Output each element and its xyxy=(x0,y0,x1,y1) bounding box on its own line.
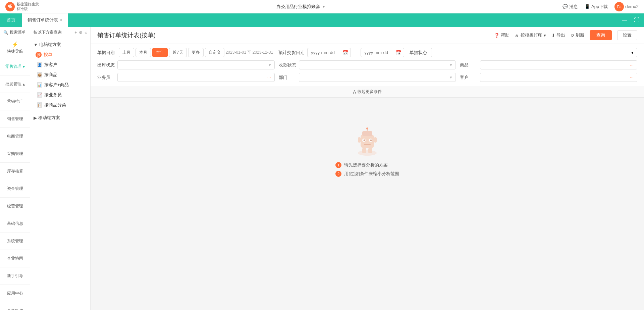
payment-status-select[interactable]: ▾ xyxy=(299,60,456,69)
tab-home[interactable]: 首页 xyxy=(0,13,22,27)
scheme-by-salesperson[interactable]: 📈 按业务员 xyxy=(30,90,90,100)
product-select[interactable]: ··· xyxy=(480,60,637,69)
sidebar-item-operations[interactable]: 经营管理 xyxy=(0,198,30,215)
product-item: 商品 ··· xyxy=(460,60,637,69)
svg-rect-8 xyxy=(358,137,361,143)
minimize-icon[interactable]: — xyxy=(620,15,629,25)
page-title: 销售订单统计表(按单) xyxy=(97,31,156,39)
department-select[interactable]: ▾ xyxy=(299,73,456,82)
scheme-by-product[interactable]: 📦 按商品 xyxy=(30,70,90,80)
svg-rect-7 xyxy=(364,144,371,145)
cal-end-icon: 📅 xyxy=(396,50,401,55)
logo-text: 畅捷通好生意 标准版 xyxy=(17,2,39,11)
wholesale-arrow-icon: ▴ xyxy=(23,82,25,87)
empty-tip-1: 1 请先选择要分析的方案 xyxy=(335,162,399,168)
settings-button[interactable]: 设置 xyxy=(617,30,637,40)
print-dropdown-icon: ▾ xyxy=(544,33,546,38)
this-month-btn[interactable]: 本月 xyxy=(136,48,151,57)
sidebar-item-newbie[interactable]: 新手引导 xyxy=(0,267,30,285)
scheme-by-category[interactable]: 📋 按商品分类 xyxy=(30,100,90,110)
customer-select[interactable]: ··· xyxy=(480,73,637,82)
date-dash: — xyxy=(354,50,358,55)
this-year-btn[interactable]: 本年 xyxy=(152,48,168,57)
sidebar-item-retail[interactable]: 零售管理 ▾ xyxy=(0,58,30,75)
search-menu-button[interactable]: 🔍 搜索菜单 xyxy=(0,27,30,38)
product-label: 商品 xyxy=(460,62,477,68)
svg-rect-10 xyxy=(362,148,366,153)
bill-status-group: 单据状态 ▾ xyxy=(410,48,637,57)
svg-point-5 xyxy=(364,140,365,141)
product-more-icon[interactable]: ··· xyxy=(630,62,634,67)
salesperson-more-icon[interactable]: ··· xyxy=(267,75,271,80)
sidebar-item-ecommerce[interactable]: 电商管理 xyxy=(0,128,30,145)
tab-sales-order[interactable]: 销售订单统计表 × xyxy=(22,13,68,27)
help-button[interactable]: ❓ 帮助 xyxy=(494,32,509,38)
maximize-icon[interactable]: ⛶ xyxy=(632,15,641,25)
sidebar-item-finance[interactable]: 资金管理 xyxy=(0,180,30,198)
last-7-days-btn[interactable]: 近7天 xyxy=(169,48,187,57)
customer-more-icon[interactable]: ··· xyxy=(630,75,634,80)
expected-date-label: 预计交货日期 xyxy=(278,50,305,56)
collapse-bar[interactable]: ⋀ 收起更多条件 xyxy=(91,86,644,98)
expected-date-group: 预计交货日期 📅 — 📅 xyxy=(278,48,404,57)
user-menu[interactable]: Ea demo2 xyxy=(614,2,639,11)
company-dropdown-icon[interactable]: ▾ xyxy=(323,4,325,9)
svg-rect-11 xyxy=(368,148,372,153)
sidebar-item-wholesale[interactable]: 批发管理 ▴ xyxy=(0,75,30,93)
bill-status-select[interactable]: ▾ xyxy=(431,48,637,57)
query-button[interactable]: 查询 xyxy=(590,30,612,40)
custom-dates-btn[interactable]: 自定义 xyxy=(205,48,224,57)
search-icon: 🔍 xyxy=(3,30,8,35)
svg-point-0 xyxy=(358,150,377,156)
sidebar-item-apps[interactable]: 应用中心 xyxy=(0,285,30,302)
print-button[interactable]: 🖨 按模板打印 ▾ xyxy=(515,32,546,38)
empty-illustration xyxy=(351,124,384,158)
add-scheme-icon[interactable]: + xyxy=(74,30,77,35)
company-name: 办公用品行业模拟账套 xyxy=(276,4,320,10)
main-layout: 🔍 搜索菜单 ⚡ 快捷导航 零售管理 ▾ 批发管理 ▴ 营销推广 销售管理 电商… xyxy=(0,27,644,310)
pc-group-header[interactable]: ▼ 电脑端方案 xyxy=(30,40,90,50)
collapse-panel-icon[interactable]: « xyxy=(85,30,87,35)
payment-status-item: 收款状态 ▾ xyxy=(279,60,456,69)
sidebar-item-sales[interactable]: 销售管理 xyxy=(0,110,30,128)
top-right-actions: 💬 消息 📱 App下载 Ea demo2 xyxy=(562,2,639,11)
tip-num-1: 1 xyxy=(335,162,341,168)
prev-month-btn[interactable]: 上月 xyxy=(119,48,134,57)
sidebar-item-quick-nav[interactable]: ⚡ 快捷导航 xyxy=(0,38,30,58)
pc-schemes-group: ▼ 电脑端方案 按 按单 👤 按客户 📦 按商品 📊 按客户+商品 📈 xyxy=(30,38,90,111)
tab-close-icon[interactable]: × xyxy=(60,18,62,22)
sidebar-item-marketing[interactable]: 营销推广 xyxy=(0,93,30,110)
mobile-group-header[interactable]: ▶ 移动端方案 xyxy=(30,113,90,123)
export-button[interactable]: ⬇ 导出 xyxy=(551,32,565,38)
mobile-group-arrow-icon: ▶ xyxy=(34,115,37,120)
messages-icon: 💬 xyxy=(562,4,568,9)
delivery-status-select[interactable]: ▾ xyxy=(117,60,275,69)
tab-bar-right: — ⛶ xyxy=(620,15,644,25)
scheme-by-customer-product[interactable]: 📊 按客户+商品 xyxy=(30,80,90,90)
sidebar-item-base[interactable]: 基础信息 xyxy=(0,215,30,232)
empty-tip-2: 2 用[过滤]条件来缩小分析范围 xyxy=(335,171,399,177)
scheme-settings-icon[interactable]: ⚙ xyxy=(79,30,83,35)
left-panel-actions: + ⚙ « xyxy=(74,30,87,35)
more-dates-btn[interactable]: 更多 xyxy=(188,48,204,57)
delivery-status-item: 出库状态 ▾ xyxy=(97,60,275,69)
refresh-button[interactable]: ↺ 刷新 xyxy=(571,32,584,38)
app-download-button[interactable]: 📱 App下载 xyxy=(585,4,608,10)
scheme-by-order[interactable]: 按 按单 xyxy=(30,50,90,60)
scheme-customer-icon: 👤 xyxy=(37,62,42,67)
filter-area: 单据日期 上月 本月 本年 近7天 更多 自定义 2023-01-01 至 20… xyxy=(91,44,644,86)
scheme-by-customer[interactable]: 👤 按客户 xyxy=(30,60,90,70)
tip-num-2: 2 xyxy=(335,171,341,177)
svg-rect-2 xyxy=(362,131,372,136)
sidebar-item-system[interactable]: 系统管理 xyxy=(0,232,30,250)
cal-start-icon: 📅 xyxy=(342,50,348,55)
scheme-product-icon: 📦 xyxy=(37,72,42,78)
sidebar-item-wechat[interactable]: 企业微信 xyxy=(0,302,30,310)
sidebar-item-enterprise[interactable]: 企业协同 xyxy=(0,250,30,267)
sidebar-item-purchase[interactable]: 采购管理 xyxy=(0,145,30,163)
sidebar-item-inventory[interactable]: 库存核算 xyxy=(0,163,30,180)
messages-button[interactable]: 💬 消息 xyxy=(562,4,578,10)
company-selector[interactable]: 办公用品行业模拟账套 ▾ xyxy=(276,4,325,10)
svg-point-13 xyxy=(366,127,368,130)
salesperson-select[interactable]: ··· xyxy=(117,73,275,82)
